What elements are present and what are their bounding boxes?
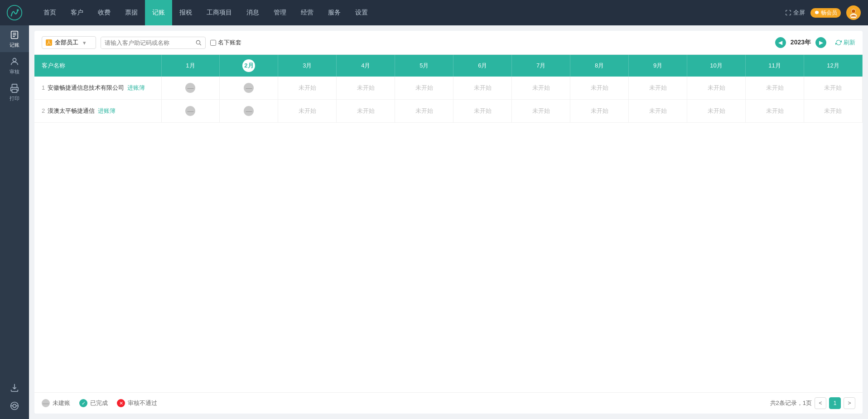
- legend-completed: ✓ 已完成: [79, 399, 108, 407]
- month-cell-11: 未开始: [746, 100, 804, 123]
- month-cell-1: —: [161, 77, 220, 100]
- legend-rejected: ✕ 审核不通过: [117, 399, 157, 407]
- not-started-label: 未开始: [824, 107, 842, 114]
- month-cell-1: —: [161, 100, 220, 123]
- col-month-3: 3月: [278, 55, 337, 77]
- prev-year-button[interactable]: ◀: [775, 37, 786, 48]
- my-account-filter[interactable]: 名下账套: [210, 39, 241, 47]
- not-started-label: 未开始: [766, 84, 784, 91]
- nav-service[interactable]: 服务: [321, 0, 348, 25]
- month-cell-3: 未开始: [278, 77, 337, 100]
- legend-not-built: — 未建账: [42, 399, 70, 407]
- nav-billing[interactable]: 收费: [91, 0, 118, 25]
- nav-home[interactable]: 首页: [36, 0, 63, 25]
- enter-ledger-link[interactable]: 进账簿: [98, 107, 116, 114]
- sidebar-bottom: [0, 378, 29, 419]
- svg-line-17: [200, 44, 201, 45]
- nav-management[interactable]: 管理: [266, 0, 294, 25]
- fullscreen-btn[interactable]: 全屏: [785, 9, 805, 17]
- month-cell-2: —: [220, 100, 278, 123]
- table-row: 2漠澳太平畅捷通信 进账簿——未开始未开始未开始未开始未开始未开始未开始未开始未…: [34, 100, 863, 123]
- nav-business[interactable]: 工商项目: [199, 0, 239, 25]
- search-button[interactable]: [192, 37, 205, 48]
- month-cell-7: 未开始: [512, 77, 570, 100]
- next-year-button[interactable]: ▶: [815, 37, 826, 48]
- employee-filter[interactable]: 人 全部员工 ▾: [42, 36, 96, 49]
- user-avatar[interactable]: [846, 5, 861, 20]
- pagination: 共2条记录，1页 < 1 >: [770, 397, 855, 409]
- not-started-label: 未开始: [591, 107, 608, 114]
- not-started-label: 未开始: [649, 84, 667, 91]
- svg-point-16: [196, 40, 200, 44]
- col-month-6: 6月: [453, 55, 512, 77]
- main-wrapper: 首页 客户 收费 票据 记账 报税 工商项目 消息 管理 经营 服务 设置 全屏…: [29, 0, 868, 419]
- next-page-button[interactable]: >: [844, 397, 855, 409]
- dropdown-arrow-icon: ▾: [83, 39, 86, 46]
- nav-tax[interactable]: 报税: [172, 0, 199, 25]
- nav-operations[interactable]: 经营: [294, 0, 321, 25]
- col-month-1: 1月: [161, 55, 220, 77]
- not-started-label: 未开始: [299, 107, 316, 114]
- search-input[interactable]: [101, 37, 192, 48]
- year-nav: ◀ 2023年 ▶: [775, 37, 826, 48]
- nav-invoice[interactable]: 票据: [118, 0, 145, 25]
- nav-bookkeeping[interactable]: 记账: [145, 0, 172, 25]
- sidebar-item-support[interactable]: [0, 396, 29, 414]
- month-cell-11: 未开始: [746, 77, 804, 100]
- not-started-label: 未开始: [474, 84, 492, 91]
- refresh-button[interactable]: 刷新: [835, 39, 855, 47]
- month-cell-4: 未开始: [337, 77, 395, 100]
- legend-dot-gray: —: [42, 399, 50, 407]
- svg-point-6: [13, 58, 16, 62]
- year-display: 2023年: [791, 39, 811, 47]
- status-dot: —: [244, 83, 254, 93]
- not-started-label: 未开始: [357, 107, 375, 114]
- client-name: 安徽畅捷通信息技术有限公司: [48, 84, 124, 91]
- month-cell-6: 未开始: [453, 77, 512, 100]
- month-cell-4: 未开始: [337, 100, 395, 123]
- month-cell-3: 未开始: [278, 100, 337, 123]
- svg-point-10: [13, 404, 16, 407]
- month-cell-8: 未开始: [570, 100, 629, 123]
- month-cell-10: 未开始: [687, 77, 746, 100]
- search-wrapper: [101, 37, 206, 49]
- row-number: 2: [42, 107, 45, 114]
- col-month-4: 4月: [337, 55, 395, 77]
- content-area: 人 全部员工 ▾ 名下账套: [29, 25, 868, 419]
- prev-page-button[interactable]: <: [815, 397, 826, 409]
- sidebar-item-download[interactable]: [0, 378, 29, 396]
- col-month-2: 2月: [220, 55, 278, 77]
- month-cell-5: 未开始: [395, 100, 453, 123]
- col-month-8: 8月: [570, 55, 629, 77]
- sidebar-item-audit[interactable]: 审核: [0, 52, 29, 79]
- col-month-11: 11月: [746, 55, 804, 77]
- my-account-checkbox[interactable]: [210, 40, 216, 46]
- bookkeeping-table: 客户名称 1月 2月 3月 4月 5月 6月 7月 8月 9月 10月 11月: [34, 55, 863, 123]
- legend-dot-red: ✕: [117, 399, 125, 407]
- page-content: 人 全部员工 ▾ 名下账套: [34, 31, 863, 414]
- client-name: 漠澳太平畅捷通信: [48, 107, 95, 114]
- not-started-label: 未开始: [766, 107, 784, 114]
- legend-dot-teal: ✓: [79, 399, 87, 407]
- not-started-label: 未开始: [708, 107, 725, 114]
- col-month-5: 5月: [395, 55, 453, 77]
- month-cell-8: 未开始: [570, 77, 629, 100]
- nav-message[interactable]: 消息: [239, 0, 266, 25]
- sidebar-item-bookkeeping[interactable]: 记账: [0, 25, 29, 52]
- enter-ledger-link[interactable]: 进账簿: [127, 84, 145, 91]
- nav-settings[interactable]: 设置: [348, 0, 375, 25]
- top-nav: 首页 客户 收费 票据 记账 报税 工商项目 消息 管理 经营 服务 设置 全屏…: [29, 0, 868, 25]
- col-month-12: 12月: [804, 55, 862, 77]
- svg-rect-7: [12, 84, 17, 87]
- svg-point-15: [852, 10, 855, 13]
- current-page-button[interactable]: 1: [829, 397, 841, 409]
- vip-badge[interactable]: 畅会员: [810, 8, 841, 18]
- app-logo: [0, 0, 29, 25]
- client-name-cell: 1安徽畅捷通信息技术有限公司 进账簿: [34, 77, 161, 100]
- table-wrapper: 客户名称 1月 2月 3月 4月 5月 6月 7月 8月 9月 10月 11月: [34, 55, 863, 392]
- nav-client[interactable]: 客户: [63, 0, 91, 25]
- col-month-10: 10月: [687, 55, 746, 77]
- footer: — 未建账 ✓ 已完成 ✕ 审核不通过 共2条记录，: [34, 392, 863, 414]
- not-started-label: 未开始: [532, 107, 550, 114]
- sidebar-item-print[interactable]: 打印: [0, 79, 29, 106]
